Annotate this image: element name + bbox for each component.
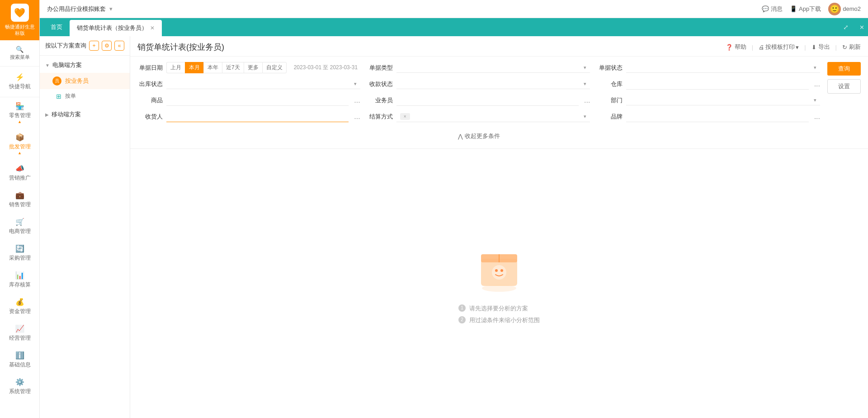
message-button[interactable]: 💬 消息	[762, 5, 783, 13]
user-avatar-button[interactable]: 🙂 demo2	[828, 3, 861, 15]
tab-maximize-button[interactable]: ⤢	[838, 24, 854, 31]
filter-brand-item: 品牌 ...	[597, 111, 820, 122]
svg-point-5	[500, 269, 503, 272]
settlement-tag-close-icon[interactable]: ×	[404, 114, 406, 119]
order-status-select[interactable]: ▾	[626, 63, 820, 73]
receipt-status-select[interactable]: ▾	[396, 79, 590, 89]
sidebar-item-retail[interactable]: 🏪 零售管理 ▲	[0, 97, 39, 128]
filter-container: 单据日期 上月 本月 本年 近7天 更多 自定义 2023-03-01 至 20…	[130, 57, 868, 149]
order-type-select[interactable]: ▾	[396, 63, 590, 73]
tab-sales-stats[interactable]: 销货单统计表（按业务员） ✕	[70, 20, 162, 36]
date-tab-thisyear[interactable]: 本年	[203, 62, 222, 73]
sidebar-item-marketing[interactable]: 📣 营销推广	[0, 160, 39, 186]
topbar-dropdown-icon[interactable]: ▾	[109, 5, 113, 12]
product-input[interactable]	[166, 95, 349, 106]
refresh-button[interactable]: ↻ 刷新	[842, 43, 861, 51]
sidebar-item-finance[interactable]: 💰 资金管理	[0, 293, 39, 320]
topbar-title: 办公用品行业模拟账套	[47, 5, 106, 13]
date-tab-custom[interactable]: 自定义	[262, 62, 287, 73]
consignee-input[interactable]	[166, 111, 349, 122]
sidebar-item-purchase[interactable]: 🔄 采购管理	[0, 240, 39, 266]
scheme-panel-title: 按以下方案查询	[45, 42, 86, 50]
content-area: 按以下方案查询 + ⚙ « ▼ 电脑端方案 员 按业务员	[40, 36, 868, 418]
sidebar-item-system[interactable]: ⚙️ 系统管理	[0, 373, 39, 400]
date-tab-lastmonth[interactable]: 上月	[166, 62, 185, 73]
sidebar-item-operations[interactable]: 📈 经营管理	[0, 320, 39, 347]
tab-home[interactable]: 首页	[43, 19, 70, 35]
salesperson-input[interactable]	[396, 95, 579, 106]
sidebar-item-wholesale[interactable]: 📦 批发管理 ▲	[0, 128, 39, 160]
settlement-tag: ×	[400, 113, 410, 120]
tab-close-window-button[interactable]: ✕	[856, 24, 868, 31]
filter-settlement-item: 结算方式 × ▾	[368, 111, 590, 122]
action-buttons: 查询 设置	[827, 62, 861, 94]
empty-step-1: 1 请先选择要分析的方案	[458, 304, 540, 313]
help-button[interactable]: ❓ 帮助	[726, 43, 746, 51]
date-tab-thismonth[interactable]: 本月	[185, 62, 203, 73]
scheme-item-by-salesperson[interactable]: 员 按业务员	[40, 73, 130, 89]
desktop-scheme-header[interactable]: ▼ 电脑端方案	[40, 57, 130, 73]
query-button[interactable]: 查询	[827, 62, 861, 76]
filter-product-item: 商品 ...	[137, 95, 360, 106]
salesperson-more-icon[interactable]: ...	[584, 96, 590, 104]
print-dropdown-icon: ▾	[796, 44, 799, 51]
search-menu-button[interactable]: 🔍 搜索菜单	[6, 44, 33, 62]
consignee-more-icon[interactable]: ...	[354, 113, 360, 121]
sidebar-item-inventory[interactable]: 📊 库存核算	[0, 266, 39, 293]
out-status-label: 出库状态	[137, 80, 163, 88]
tabbar: 首页 销货单统计表（按业务员） ✕ ⤢ ✕	[40, 18, 868, 36]
avatar: 🙂	[828, 3, 841, 15]
collapse-button[interactable]: ⋀ 收起更多条件	[458, 129, 500, 143]
order-type-label: 单据类型	[368, 64, 393, 72]
scheme-item-by-order[interactable]: ⊞ 按单	[40, 89, 130, 103]
scheme-icon-salesperson: 员	[52, 76, 61, 86]
sidebar-search-section: 🔍 搜索菜单	[0, 40, 39, 66]
empty-text-container: 1 请先选择要分析的方案 2 用过滤条件来缩小分析范围	[458, 304, 540, 324]
settlement-select[interactable]: × ▾	[396, 111, 590, 122]
filter-order-type-item: 单据类型 ▾	[368, 63, 590, 73]
filter-warehouse-item: 仓库 ...	[597, 79, 820, 90]
department-chevron-icon: ▾	[814, 97, 816, 103]
settings-button[interactable]: 设置	[827, 79, 861, 94]
print-button[interactable]: 🖨 按模板打印 ▾	[759, 43, 799, 51]
warehouse-label: 仓库	[597, 80, 623, 88]
step-1-num: 1	[458, 304, 466, 312]
filter-consignee-item: 收货人 ...	[137, 111, 360, 122]
sidebar: 🧡 畅捷通好生意 标版 🔍 搜索菜单 ⚡ 快捷导航 🏪 零售管理 ▲ 📦 批发管…	[0, 0, 40, 418]
product-more-icon[interactable]: ...	[354, 96, 360, 104]
filter-receipt-status-item: 收款状态 ▾	[368, 79, 590, 89]
app-download-button[interactable]: 📱 App下载	[790, 5, 821, 13]
scheme-add-button[interactable]: +	[89, 41, 99, 51]
salesperson-label: 业务员	[368, 96, 393, 104]
date-tab-7days[interactable]: 近7天	[222, 62, 244, 73]
order-status-chevron-icon: ▾	[814, 65, 816, 71]
app-logo[interactable]: 🧡 畅捷通好生意 标版	[0, 0, 39, 40]
svg-point-4	[495, 269, 498, 272]
mobile-scheme-header[interactable]: ▶ 移动端方案	[40, 107, 130, 122]
message-icon: 💬	[762, 5, 769, 12]
filter-row-1: 单据日期 上月 本月 本年 近7天 更多 自定义 2023-03-01 至 20…	[137, 62, 820, 73]
warehouse-input[interactable]	[626, 79, 808, 90]
scheme-collapse-button[interactable]: «	[114, 41, 124, 51]
sidebar-item-quicknav[interactable]: ⚡ 快捷导航	[0, 68, 39, 95]
sidebar-item-ecommerce[interactable]: 🛒 电商管理	[0, 213, 39, 240]
sidebar-item-sales[interactable]: 💼 销售管理	[0, 186, 39, 213]
sidebar-item-basics[interactable]: ℹ️ 基础信息	[0, 347, 39, 373]
page-actions: ❓ 帮助 | 🖨 按模板打印 ▾ | ⬇ 导出 |	[726, 43, 861, 51]
warehouse-more-icon[interactable]: ...	[814, 80, 820, 88]
scheme-settings-button[interactable]: ⚙	[102, 41, 112, 51]
brand-input[interactable]	[626, 111, 808, 122]
collapse-up-icon: ⋀	[458, 133, 463, 140]
topbar-right: 💬 消息 📱 App下载 🙂 demo2	[762, 3, 861, 15]
export-button[interactable]: ⬇ 导出	[811, 43, 830, 51]
desktop-scheme-section: ▼ 电脑端方案 员 按业务员 ⊞ 按单	[40, 56, 130, 105]
tab-close-icon[interactable]: ✕	[150, 25, 155, 31]
collapse-row: ⋀ 收起更多条件	[137, 128, 820, 143]
department-select[interactable]: ▾	[626, 95, 820, 105]
brand-more-icon[interactable]: ...	[814, 113, 820, 121]
scheme-panel-actions: + ⚙ «	[89, 41, 124, 51]
date-tab-more[interactable]: 更多	[244, 62, 262, 73]
date-filter: 上月 本月 本年 近7天 更多 自定义	[166, 62, 287, 73]
out-status-select[interactable]: ▾	[166, 79, 360, 89]
filter-order-status-item: 单据状态 ▾	[597, 63, 820, 73]
